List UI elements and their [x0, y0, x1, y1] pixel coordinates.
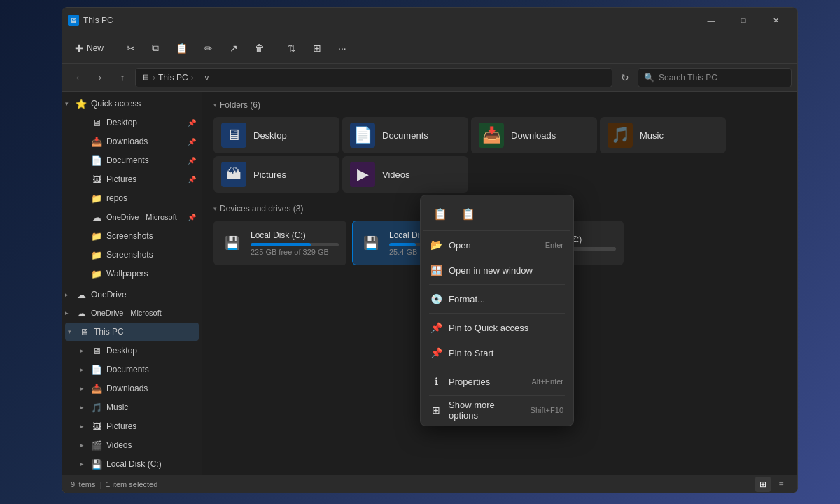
- ctx-format[interactable]: 💿 Format...: [424, 286, 570, 312]
- delete-button[interactable]: 🗑: [248, 37, 272, 59]
- folder-videos[interactable]: ▶ Videos: [342, 156, 468, 192]
- this-pc-docs-label: Documents: [106, 365, 149, 374]
- up-button[interactable]: ↑: [113, 68, 132, 88]
- drive-c-bar-wrap: [251, 243, 339, 246]
- view-list-button[interactable]: ≡: [774, 477, 789, 492]
- downloads-icon: 📥: [90, 135, 103, 148]
- onedrive-ms-label2: OneDrive - Microsoft: [91, 309, 162, 317]
- ctx-separator-2: [429, 313, 565, 314]
- address-path[interactable]: 🖥 › This PC › ∨: [135, 68, 612, 88]
- view-button[interactable]: ⊞: [306, 37, 328, 59]
- cut-button[interactable]: ✂: [120, 37, 142, 59]
- folder-music[interactable]: 🎵 Music: [600, 117, 726, 153]
- drive-c[interactable]: 💾 Local Disk (C:) 225 GB free of 329 GB: [214, 220, 346, 265]
- sidebar-item-repos[interactable]: 📁 repos: [75, 189, 199, 207]
- downloads-label: Downloads: [106, 136, 148, 146]
- ctx-pin-quick-access[interactable]: 📌 Pin to Quick access: [424, 315, 570, 340]
- sidebar-item-onedrive-ms[interactable]: ☁ OneDrive - Microsoft 📌: [75, 208, 199, 226]
- ctx-open-icon: 📂: [430, 239, 442, 251]
- refresh-button[interactable]: ↻: [615, 68, 635, 88]
- quick-access-label: Quick access: [91, 99, 141, 108]
- wallpapers-icon: 📁: [90, 267, 103, 280]
- search-box[interactable]: 🔍 Search This PC: [638, 68, 792, 88]
- pin-icon-3: 📌: [188, 157, 196, 164]
- sort-icon: ⇅: [288, 43, 296, 54]
- folder-downloads[interactable]: 📥 Downloads: [471, 117, 597, 153]
- sidebar-item-desktop[interactable]: 🖥 Desktop 📌: [75, 113, 199, 132]
- sidebar-item-pictures[interactable]: 🖼 Pictures 📌: [75, 170, 199, 188]
- paste-icon: 📋: [176, 43, 188, 54]
- onedrive-label: OneDrive: [91, 290, 127, 300]
- folder-desktop-name: Desktop: [253, 130, 287, 141]
- sort-button[interactable]: ⇅: [281, 37, 303, 59]
- this-pc-arrow: ▾: [68, 328, 78, 335]
- ctx-format-icon: 💿: [430, 293, 442, 304]
- ctx-pin-start[interactable]: 📌 Pin to Start: [424, 340, 570, 365]
- ctx-pin-start-icon: 📌: [430, 347, 442, 358]
- wallpapers-label: Wallpapers: [106, 269, 148, 279]
- sidebar-item-this-pc-pics[interactable]: ▸ 🖼 Pictures: [75, 417, 199, 435]
- sidebar-quick-access-header[interactable]: ▾ ⭐ Quick access: [62, 94, 202, 113]
- forward-button[interactable]: ›: [90, 68, 110, 88]
- sidebar-item-this-pc-music[interactable]: ▸ 🎵 Music: [75, 398, 199, 416]
- sidebar-this-pc-header[interactable]: ▾ 🖥 This PC: [65, 323, 199, 341]
- folders-section-label: Folders (6): [220, 100, 260, 110]
- pin-icon-5: 📌: [188, 214, 196, 221]
- ctx-open[interactable]: 📂 Open Enter: [424, 232, 570, 258]
- statusbar: 9 items | 1 item selected ⊞ ≡: [62, 475, 797, 493]
- view-icon: ⊞: [313, 43, 321, 54]
- folder-documents[interactable]: 📄 Documents: [342, 117, 468, 153]
- documents-icon: 📄: [90, 154, 103, 167]
- quick-access-items: 🖥 Desktop 📌 📥 Downloads 📌 📄 Documents 📌: [62, 113, 202, 283]
- screenshots2-label: Screenshots: [106, 250, 153, 260]
- ctx-paste-button[interactable]: 📋: [456, 201, 481, 226]
- this-pc-dl-label: Downloads: [106, 384, 148, 393]
- sidebar-item-downloads[interactable]: 📥 Downloads 📌: [75, 132, 199, 150]
- sidebar-item-this-pc-desktop[interactable]: ▸ 🖥 Desktop: [75, 342, 199, 360]
- search-placeholder: Search This PC: [659, 73, 718, 83]
- copy-button[interactable]: ⧉: [145, 37, 166, 59]
- sidebar-item-screenshots2[interactable]: 📁 Screenshots: [75, 246, 199, 264]
- minimize-button[interactable]: —: [695, 8, 727, 33]
- path-dropdown[interactable]: ∨: [197, 68, 216, 88]
- folder-desktop[interactable]: 🖥 Desktop: [214, 117, 340, 153]
- sidebar-item-this-pc-dl[interactable]: ▸ 📥 Downloads: [75, 379, 199, 398]
- sidebar-item-this-pc-videos[interactable]: ▸ 🎬 Videos: [75, 436, 199, 454]
- repos-label: repos: [106, 193, 127, 203]
- back-button[interactable]: ‹: [68, 68, 88, 88]
- close-button[interactable]: ✕: [760, 8, 792, 33]
- maximize-button[interactable]: □: [727, 8, 760, 33]
- sidebar-item-screenshots[interactable]: 📁 Screenshots: [75, 227, 199, 245]
- ctx-properties[interactable]: ℹ Properties Alt+Enter: [424, 369, 570, 394]
- ctx-pin-qa-icon: 📌: [430, 322, 442, 333]
- ctx-open-new-window[interactable]: 🪟 Open in new window: [424, 258, 570, 283]
- folders-grid: 🖥 Desktop 📄 Documents 📥 Downloads 🎵 Musi…: [214, 117, 786, 192]
- folder-documents-icon: 📄: [350, 122, 375, 148]
- sidebar: ▾ ⭐ Quick access 🖥 Desktop 📌 📥 Downloads…: [62, 92, 202, 475]
- path-this-pc: This PC: [158, 73, 188, 83]
- new-button[interactable]: ✚ New: [68, 37, 111, 59]
- view-grid-button[interactable]: ⊞: [755, 477, 771, 492]
- sidebar-item-disk-c[interactable]: ▸ 💾 Local Disk (C:): [75, 455, 199, 473]
- ctx-properties-shortcut: Alt+Enter: [531, 377, 564, 386]
- sidebar-onedrive-header[interactable]: ▸ ☁ OneDrive: [62, 286, 202, 304]
- sidebar-item-documents[interactable]: 📄 Documents 📌: [75, 151, 199, 169]
- sidebar-item-this-pc-docs[interactable]: ▸ 📄 Documents: [75, 360, 199, 379]
- folder-documents-name: Documents: [382, 130, 428, 141]
- repos-icon: 📁: [90, 192, 103, 204]
- ctx-open-new-window-icon: 🪟: [430, 265, 442, 276]
- ctx-show-more[interactable]: ⊞ Show more options Shift+F10: [424, 398, 570, 423]
- folder-pictures[interactable]: 🏔 Pictures: [214, 156, 340, 192]
- paste-button[interactable]: 📋: [169, 37, 195, 59]
- rename-button[interactable]: ✏: [197, 37, 220, 59]
- cut-icon: ✂: [127, 43, 135, 54]
- folder-music-name: Music: [640, 130, 664, 141]
- this-pc-docs-icon: 📄: [90, 363, 103, 376]
- titlebar-controls: — □ ✕: [695, 8, 792, 33]
- share-button[interactable]: ↗: [223, 37, 245, 59]
- more-button[interactable]: ···: [331, 37, 354, 59]
- disk-c-icon: 💾: [90, 458, 103, 470]
- sidebar-onedrive-microsoft-header[interactable]: ▸ ☁ OneDrive - Microsoft: [62, 304, 202, 322]
- ctx-copy-button[interactable]: 📋: [428, 201, 453, 226]
- sidebar-item-wallpapers[interactable]: 📁 Wallpapers: [75, 265, 199, 283]
